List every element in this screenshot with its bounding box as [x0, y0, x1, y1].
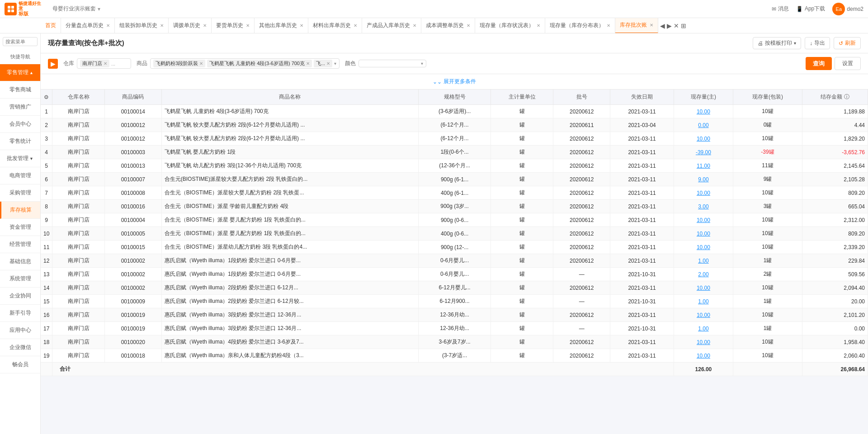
cell-qty-main[interactable]: 2.00: [674, 268, 733, 281]
tab-close-icon[interactable]: ✕: [203, 23, 207, 28]
cell-qty-main[interactable]: 1.00: [674, 322, 733, 335]
tab-close-icon[interactable]: ✕: [650, 23, 653, 28]
tab-other-out[interactable]: 其他出库单历史 ✕: [255, 18, 308, 33]
cell-qty-main[interactable]: 10.00: [674, 308, 733, 322]
tab-close-icon[interactable]: ✕: [607, 23, 610, 28]
cell-qty-main[interactable]: 11.00: [674, 159, 733, 173]
tab-menu-btn[interactable]: ⊞: [681, 22, 686, 29]
expand-conditions-btn[interactable]: ⌄⌄ 展开更多条件: [41, 76, 868, 87]
message-btn[interactable]: ✉ 消息: [772, 5, 789, 13]
sidebar-item-store[interactable]: 零售商城: [0, 81, 40, 99]
tab-next-btn[interactable]: ▶: [667, 22, 672, 29]
sidebar-item-ecommerce[interactable]: 电商管理: [0, 167, 40, 184]
filter-expand-button[interactable]: ▶: [48, 59, 58, 69]
tab-close-icon[interactable]: ✕: [160, 23, 164, 28]
cell-qty-main[interactable]: -39.00: [674, 146, 733, 159]
tab-home[interactable]: 首页: [41, 18, 61, 33]
cell-name: 惠氏启赋（Wyeth illuma）2段奶粉 爱尔兰进口 6-12月...: [161, 281, 418, 295]
sidebar-item-enterprise[interactable]: 企业协同: [0, 288, 40, 305]
cell-qty-main[interactable]: 10.00: [674, 105, 733, 118]
user-area[interactable]: Ea demo2: [832, 3, 863, 15]
cell-qty-main[interactable]: 1.00: [674, 254, 733, 268]
cell-amount: 809.20: [802, 227, 868, 241]
cell-qty-main[interactable]: 3.00: [674, 200, 733, 213]
cell-spec: (3-6岁适用)...: [419, 105, 491, 118]
cell-qty-main[interactable]: 10.00: [674, 213, 733, 227]
sidebar-item-operation[interactable]: 经营管理: [0, 236, 40, 253]
cell-code: 00100005: [104, 227, 161, 241]
cell-qty-main[interactable]: 9.00: [674, 173, 733, 186]
product-tag-2-close[interactable]: ✕: [306, 61, 310, 66]
sidebar-item-retail[interactable]: 零售管理 ▲: [0, 64, 40, 81]
tab-fen-liang[interactable]: 分量盘点单历史 ✕: [61, 18, 115, 33]
print-button[interactable]: 🖨 按模板打印 ▾: [753, 37, 801, 49]
sidebar-item-basic[interactable]: 基础信息: [0, 253, 40, 270]
warehouse-tag-text: 南岸门店: [82, 60, 102, 67]
cell-warehouse: 南岸门店: [52, 281, 105, 295]
tab-inventory-dist[interactable]: 现存量（库存分布表）✕: [545, 18, 615, 33]
cell-qty-pkg: 10罐: [733, 132, 802, 146]
cell-qty-main[interactable]: 10.00: [674, 335, 733, 349]
sidebar-item-member2[interactable]: 畅会员: [0, 356, 40, 373]
product-tag-1-close[interactable]: ✕: [199, 61, 203, 66]
cell-warehouse: 南岸门店: [52, 132, 105, 146]
product-tag-more-close[interactable]: ✕: [326, 61, 330, 66]
tab-prev-btn[interactable]: ◀: [660, 22, 665, 29]
sidebar-search-area: [0, 33, 40, 50]
sidebar-item-app-center[interactable]: 应用中心: [0, 322, 40, 339]
tab-close-icon[interactable]: ✕: [106, 23, 110, 28]
sidebar-item-purchase[interactable]: 采购管理: [0, 184, 40, 202]
cell-qty-main[interactable]: 1.00: [674, 295, 733, 308]
warehouse-tag-close[interactable]: ✕: [104, 61, 107, 66]
tab-close-icon[interactable]: ✕: [354, 23, 357, 28]
sidebar-item-inventory[interactable]: 库存核算: [0, 202, 40, 219]
search-input[interactable]: [3, 37, 38, 46]
sidebar-item-retail-stats[interactable]: 零售统计: [0, 133, 40, 150]
tab-close-icon[interactable]: ✕: [246, 23, 250, 28]
cell-amount: 20.00: [802, 295, 868, 308]
tab-close-icon[interactable]: ✕: [537, 23, 540, 28]
app-download-btn[interactable]: 📱 App下载: [796, 5, 825, 13]
warehouse-filter-container[interactable]: 南岸门店 ✕ ...: [77, 58, 131, 69]
th-settings[interactable]: ⚙: [41, 90, 52, 105]
sidebar-item-guide[interactable]: 新手引导: [0, 305, 40, 322]
cell-qty-main[interactable]: 0.00: [674, 118, 733, 132]
tab-close-all-btn[interactable]: ✕: [674, 22, 679, 29]
cell-expire: 2021-03-11: [610, 281, 674, 295]
cell-qty-main[interactable]: 10.00: [674, 349, 733, 363]
tab-cost-adjust[interactable]: 成本调整单历史 ✕: [421, 18, 475, 33]
tab-zu-zhuang[interactable]: 组装拆卸单历史 ✕: [115, 18, 169, 33]
cell-batch: 20200612: [553, 281, 610, 295]
tab-batch-account[interactable]: 库存批次账 ✕: [615, 18, 658, 33]
color-filter-container[interactable]: ▾: [359, 60, 426, 67]
sidebar-item-finance[interactable]: 资金管理: [0, 219, 40, 236]
query-button[interactable]: 查询: [806, 57, 832, 70]
tab-diao-bo[interactable]: 调拨单历史 ✕: [169, 18, 212, 33]
tab-yao-huo[interactable]: 要货单历史 ✕: [212, 18, 255, 33]
cell-qty-main[interactable]: 10.00: [674, 132, 733, 146]
page-actions: 🖨 按模板打印 ▾ ↓ 导出 ↺ 刷新: [753, 37, 861, 49]
chevron-down-icon[interactable]: ▾: [98, 6, 100, 12]
cell-qty-main[interactable]: 10.00: [674, 281, 733, 295]
sidebar-item-wechat[interactable]: 企业微信: [0, 339, 40, 356]
tab-close-icon[interactable]: ✕: [467, 23, 470, 28]
cell-expire: 2021-10-31: [610, 268, 674, 281]
cell-qty-main[interactable]: 10.00: [674, 186, 733, 200]
tab-close-icon[interactable]: ✕: [413, 23, 416, 28]
product-filter-container[interactable]: 飞鹤奶粉3段阶跃装 ✕ 飞鹤星飞帆 儿童奶粉 4段(3-6岁适用) 700克 ✕…: [150, 58, 340, 69]
tab-product-in[interactable]: 产成品入库单历史 ✕: [362, 18, 421, 33]
sidebar-item-member[interactable]: 会员中心: [0, 116, 40, 133]
cell-qty-main[interactable]: 10.00: [674, 227, 733, 241]
cell-spec: (12-36个月...: [419, 159, 491, 173]
sidebar-item-wholesale[interactable]: 批发管理 ▼: [0, 150, 40, 167]
sidebar-item-marketing[interactable]: 营销推广: [0, 99, 40, 116]
cell-qty-main[interactable]: 10.00: [674, 241, 733, 254]
tab-close-icon[interactable]: ✕: [300, 23, 303, 28]
cell-qty-pkg: 10罐: [733, 281, 802, 295]
sidebar-item-system[interactable]: 系统管理: [0, 270, 40, 288]
tab-inventory-status[interactable]: 现存量（库存状况表）✕: [475, 18, 545, 33]
tab-material-out[interactable]: 材料出库单历史 ✕: [308, 18, 362, 33]
refresh-button[interactable]: ↺ 刷新: [834, 37, 861, 49]
settings-button[interactable]: 设置: [835, 57, 861, 70]
export-button[interactable]: ↓ 导出: [805, 37, 830, 49]
